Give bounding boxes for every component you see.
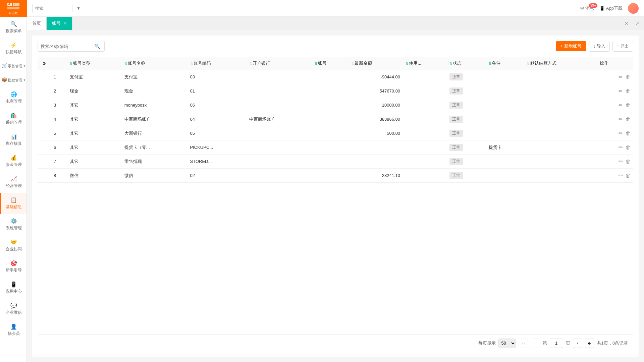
tab-expand-button[interactable]: ⤢ xyxy=(633,19,641,27)
table-cell xyxy=(312,126,348,140)
delete-button[interactable]: 🗑 xyxy=(626,159,631,165)
sidebar-item-inventory[interactable]: 📊 库存核算 xyxy=(0,129,26,150)
column-usage[interactable]: ⇅使用... xyxy=(403,57,447,70)
search-input[interactable] xyxy=(41,44,94,49)
status-badge: 正常 xyxy=(449,102,463,109)
table-cell xyxy=(403,112,447,126)
table-cell: 支付宝 xyxy=(122,70,187,84)
edit-button[interactable]: ✏ xyxy=(619,130,623,136)
table-cell: 其它 xyxy=(67,98,121,112)
sidebar-item-member[interactable]: 👤 畅会员 xyxy=(0,319,26,341)
sidebar-item-ecommerce-mgmt[interactable]: 🌐 电商管理 xyxy=(0,87,26,108)
column-remark[interactable]: ⇅备注 xyxy=(486,57,525,70)
tab-account[interactable]: 账号 ✕ xyxy=(47,17,72,30)
tab-close-button[interactable]: ✕ xyxy=(63,21,67,26)
edit-button[interactable]: ✏ xyxy=(619,102,623,108)
sidebar-item-operation-mgmt[interactable]: 📈 经营管理 xyxy=(0,172,26,193)
table-cell: 支付宝 xyxy=(67,70,121,84)
content-panel: 🔍 + 新增账号 ↓ 导入 ↑ 导出 ⚙ ⇅账号类型 ⇅账号 xyxy=(32,36,639,357)
sidebar-item-system-mgmt[interactable]: ⚙️ 系统管理 xyxy=(0,214,26,235)
header-dropdown[interactable]: ▼ xyxy=(76,6,80,11)
column-account-code[interactable]: ⇅账号编码 xyxy=(187,57,247,70)
sidebar-item-quick-nav[interactable]: ⚡ 快捷导航 xyxy=(0,38,26,59)
column-account-type[interactable]: ⇅账号类型 xyxy=(67,57,121,70)
edit-button[interactable]: ✏ xyxy=(619,159,623,165)
sidebar-item-purchase-mgmt[interactable]: 🛍️ 采购管理 xyxy=(0,108,26,129)
wholesale-mgmt-icon: 📦 xyxy=(2,77,7,82)
tab-home[interactable]: 首页 xyxy=(27,17,47,30)
delete-button[interactable]: 🗑 xyxy=(626,144,631,150)
column-latest-balance[interactable]: ⇅最新余额 xyxy=(348,57,403,70)
table-cell: 7 xyxy=(51,155,67,169)
main-area: ▼ ✉ 消息 99+ 📱 App下载 首页 账号 ✕ ✕ ⤢ xyxy=(27,0,644,362)
edit-button[interactable]: ✏ xyxy=(619,88,623,94)
column-account-no[interactable]: ⇅账号 xyxy=(312,57,348,70)
delete-button[interactable]: 🗑 xyxy=(626,173,631,179)
logo-subtitle: 乐进版 xyxy=(9,11,18,15)
first-page-button[interactable]: ⏮ xyxy=(519,339,528,348)
table-cell: 其它 xyxy=(67,126,121,140)
table-cell: 4 xyxy=(51,112,67,126)
user-avatar[interactable] xyxy=(628,3,639,14)
logo: 乐进版 xyxy=(0,0,27,17)
sidebar-item-enterprise-wechat[interactable]: 💬 企业微信 xyxy=(0,298,26,319)
delete-button[interactable]: 🗑 xyxy=(626,88,631,94)
sidebar-item-capital-mgmt[interactable]: 💰 资金管理 xyxy=(0,150,26,172)
tab-close-action-button[interactable]: ✕ xyxy=(623,19,631,27)
sidebar-item-enterprise-agreement[interactable]: 🤝 企业协同 xyxy=(0,235,26,256)
header-search-input[interactable] xyxy=(32,4,72,13)
column-bank[interactable]: ⇅开户银行 xyxy=(247,57,312,70)
sidebar-item-app-center[interactable]: 📱 应用中心 xyxy=(0,277,26,298)
table-cell: 03 xyxy=(187,70,247,84)
table-cell xyxy=(524,169,597,183)
page-size-select[interactable]: 50 100 xyxy=(498,339,516,348)
prev-page-button[interactable]: ‹ xyxy=(531,339,540,348)
table-cell: 提货卡（零... xyxy=(122,140,187,155)
table-cell: 6 xyxy=(51,140,67,155)
table-cell: 04 xyxy=(187,112,247,126)
edit-button[interactable]: ✏ xyxy=(619,74,623,80)
add-account-button[interactable]: + 新增账号 xyxy=(556,41,586,51)
delete-button[interactable]: 🗑 xyxy=(626,130,631,136)
column-status[interactable]: ⇅状态 xyxy=(447,57,486,70)
table-cell xyxy=(524,84,597,98)
last-page-button[interactable]: ⏭ xyxy=(585,339,594,348)
sidebar-item-wholesale-mgmt[interactable]: 📦 批发管理 ▼ xyxy=(0,73,26,87)
import-button[interactable]: ↓ 导入 xyxy=(589,41,610,52)
table-cell: 02 xyxy=(187,169,247,183)
table-cell xyxy=(486,112,525,126)
edit-button[interactable]: ✏ xyxy=(619,173,623,179)
table-cell xyxy=(312,112,348,126)
column-default-settlement[interactable]: ⇅默认结算方式 xyxy=(524,57,597,70)
sidebar-item-retail-mgmt[interactable]: 🛒 零售管理 ▼ xyxy=(0,59,26,73)
ecommerce-icon: 🌐 xyxy=(10,91,17,98)
dropdown-arrow-icon: ▼ xyxy=(76,6,80,11)
table-cell xyxy=(247,70,312,84)
sidebar-item-basic-info[interactable]: 📋 基础信息 xyxy=(0,193,26,214)
sidebar-item-beginner-guide[interactable]: 🎯 新手引导 xyxy=(0,256,26,277)
table-cell: -90444.00 xyxy=(348,70,403,84)
table-cell: 500.00 xyxy=(348,126,403,140)
next-page-button[interactable]: › xyxy=(573,339,582,348)
table-body: 1支付宝支付宝03-90444.00正常 ✏ 🗑 2现金现金01547670.0… xyxy=(38,70,633,183)
app-download-button[interactable]: 📱 App下载 xyxy=(599,5,623,11)
table-cell xyxy=(348,155,403,169)
message-icon: ✉ xyxy=(580,6,584,11)
sidebar-item-basic-info-label: 基础信息 xyxy=(6,204,22,210)
search-icon[interactable]: 🔍 xyxy=(94,44,100,49)
column-settings[interactable]: ⚙ xyxy=(38,57,51,70)
edit-button[interactable]: ✏ xyxy=(619,144,623,150)
messages-button[interactable]: ✉ 消息 99+ xyxy=(580,5,594,11)
delete-button[interactable]: 🗑 xyxy=(626,74,631,80)
table-cell: moneybosx xyxy=(122,98,187,112)
current-page-input[interactable] xyxy=(550,339,563,348)
column-account-name[interactable]: ⇅账号名称 xyxy=(122,57,187,70)
quick-nav-icon: ⚡ xyxy=(10,42,17,48)
delete-button[interactable]: 🗑 xyxy=(626,116,631,122)
messages-badge: 99+ xyxy=(589,3,597,8)
sidebar-item-search-menu[interactable]: 🔍 搜索菜单 xyxy=(0,17,26,38)
edit-button[interactable]: ✏ xyxy=(619,116,623,122)
table-cell xyxy=(524,70,597,84)
export-button[interactable]: ↑ 导出 xyxy=(612,41,633,52)
delete-button[interactable]: 🗑 xyxy=(626,102,631,108)
